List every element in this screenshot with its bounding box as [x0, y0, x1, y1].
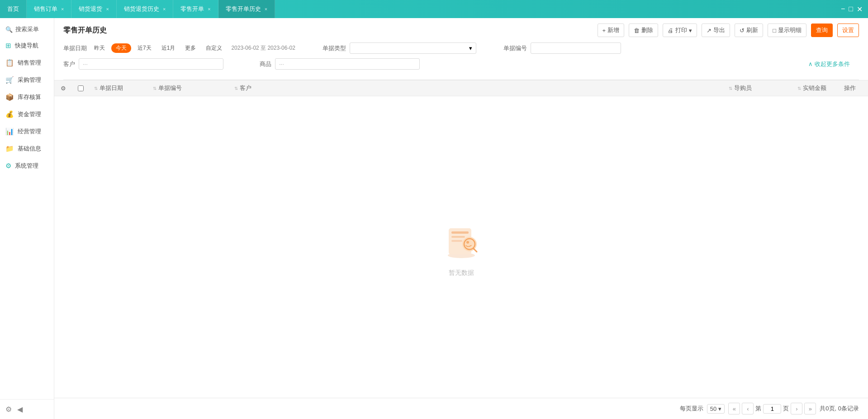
- export-label: 导出: [713, 26, 725, 34]
- sort-customer-icon[interactable]: ⇅: [234, 86, 238, 91]
- sort-guide-icon[interactable]: ⇅: [729, 86, 732, 91]
- sort-amount-icon[interactable]: ⇅: [797, 86, 801, 91]
- display-detail-button[interactable]: □ 显示明细: [768, 24, 806, 37]
- sidebar-item-quick-nav[interactable]: ⊞ 快捷导航: [0, 37, 54, 54]
- sidebar-item-inventory[interactable]: 📦 库存核算: [0, 89, 54, 106]
- search-icon: 🔍: [5, 26, 13, 33]
- page-size-dropdown-icon: ▾: [718, 405, 721, 412]
- first-page-btn[interactable]: «: [728, 403, 740, 414]
- shortcut-7days[interactable]: 近7天: [134, 43, 155, 53]
- sidebar-search[interactable]: 🔍 搜索采单: [0, 22, 54, 37]
- shortcut-1month[interactable]: 近1月: [158, 43, 179, 53]
- tab-retail-open[interactable]: 零售开单 ×: [173, 0, 218, 18]
- filter-num: 单据编号: [503, 42, 621, 54]
- sidebar-item-operations[interactable]: 📊 经营管理: [0, 123, 54, 140]
- tab-retail-open-history[interactable]: 零售开单历史 ×: [218, 0, 275, 18]
- tab-sales-order[interactable]: 销售订单 ×: [27, 0, 71, 18]
- sidebar-item-base-info[interactable]: 📁 基础信息: [0, 140, 54, 157]
- close-btn[interactable]: ✕: [857, 5, 863, 14]
- sidebar-item-operations-label: 经营管理: [18, 127, 41, 136]
- tab-retail-open-history-close[interactable]: ×: [265, 6, 267, 12]
- goods-ellipsis: ···: [279, 61, 284, 67]
- customer-select[interactable]: ···: [79, 58, 223, 70]
- th-amount: ⇅ 实销金额: [778, 84, 832, 92]
- tab-sales-order-label: 销售订单: [34, 5, 57, 13]
- display-detail-icon: □: [773, 27, 776, 34]
- page-size-select[interactable]: 50 ▾: [707, 404, 725, 414]
- tab-sales-order-close[interactable]: ×: [61, 6, 64, 12]
- tab-sales-return-history-close[interactable]: ×: [163, 6, 166, 12]
- goods-select[interactable]: ···: [275, 58, 420, 70]
- filter-row-1: 单据日期 昨天 今天 近7天 近1月 更多 自定义 2023-06-02 至 2…: [63, 42, 859, 54]
- th-num: ⇅ 单据编号: [147, 84, 229, 92]
- refresh-button[interactable]: ↺ 刷新: [735, 24, 763, 37]
- page-label: 第: [755, 405, 761, 413]
- sidebar-item-purchase-mgmt[interactable]: 🛒 采购管理: [0, 71, 54, 89]
- tab-retail-open-close[interactable]: ×: [208, 6, 210, 12]
- num-input[interactable]: [531, 42, 621, 54]
- th-gear[interactable]: ⚙: [54, 85, 72, 92]
- sidebar-item-system-mgmt[interactable]: ⚙ 系统管理: [0, 157, 54, 174]
- sidebar-item-finance-label: 资金管理: [18, 110, 41, 118]
- type-dropdown-icon: ▾: [469, 45, 472, 52]
- page-size-value: 50: [710, 405, 716, 412]
- query-button[interactable]: 查询: [811, 24, 833, 37]
- add-button[interactable]: + 新增: [598, 24, 625, 37]
- collapse-sidebar-icon[interactable]: ◀: [17, 405, 23, 414]
- settings-icon[interactable]: ⚙: [5, 405, 12, 414]
- export-button[interactable]: ↗ 导出: [702, 24, 730, 37]
- sidebar-item-sales-mgmt[interactable]: 📋 销售管理: [0, 54, 54, 71]
- tab-sales-return-close[interactable]: ×: [106, 6, 109, 12]
- tab-retail-open-history-label: 零售开单历史: [226, 5, 261, 13]
- sort-num-icon[interactable]: ⇅: [153, 86, 157, 91]
- filter-date: 单据日期 昨天 今天 近7天 近1月 更多 自定义 2023-06-02 至 2…: [63, 43, 295, 53]
- th-amount-label: 实销金额: [803, 84, 826, 92]
- maximize-btn[interactable]: □: [849, 5, 853, 13]
- page-title: 零售开单历史: [63, 26, 107, 35]
- finance-icon: 💰: [5, 110, 14, 118]
- shortcut-yesterday[interactable]: 昨天: [90, 43, 109, 53]
- empty-state: 暂无数据: [54, 96, 868, 398]
- filter-row-2: 客户 ··· 商品 ··· ∧ 收起更多条件: [63, 58, 859, 70]
- tab-home[interactable]: 首页: [0, 0, 27, 18]
- tab-sales-return[interactable]: 销货退货 ×: [71, 0, 116, 18]
- sort-date-icon[interactable]: ⇅: [94, 86, 98, 91]
- svg-rect-4: [451, 240, 462, 242]
- sidebar-bottom: ⚙ ◀: [0, 399, 54, 419]
- purchase-mgmt-icon: 🛒: [5, 76, 14, 84]
- svg-rect-3: [451, 236, 465, 238]
- th-date: ⇅ 单据日期: [89, 84, 147, 92]
- print-button[interactable]: 🖨 打印 ▾: [663, 24, 697, 37]
- th-customer-label: 客户: [240, 84, 251, 92]
- sidebar-item-finance[interactable]: 💰 资金管理: [0, 106, 54, 123]
- next-page-btn[interactable]: ›: [791, 403, 802, 414]
- settings-filter-button[interactable]: 设置: [837, 24, 859, 37]
- svg-point-8: [466, 241, 469, 244]
- prev-page-btn[interactable]: ‹: [742, 403, 754, 414]
- collapse-more-btn[interactable]: ∧ 收起更多条件: [808, 60, 859, 68]
- svg-line-7: [474, 249, 477, 252]
- shortcut-custom[interactable]: 自定义: [202, 43, 226, 53]
- tabs-container: 首页 销售订单 × 销货退货 × 销货退货历史 × 零售开单 × 零售开单历史 …: [0, 0, 835, 18]
- delete-button[interactable]: 🗑 删除: [629, 24, 658, 37]
- type-dropdown[interactable]: ▾: [350, 42, 476, 54]
- last-page-btn[interactable]: »: [804, 403, 816, 414]
- print-label: 打印: [675, 26, 687, 34]
- filter-area: 单据日期 昨天 今天 近7天 近1月 更多 自定义 2023-06-02 至 2…: [63, 42, 859, 80]
- add-icon: +: [602, 27, 606, 34]
- shortcut-today[interactable]: 今天: [111, 43, 131, 53]
- system-mgmt-icon: ⚙: [5, 162, 11, 170]
- collapse-icon: ∧: [808, 61, 813, 67]
- display-detail-label: 显示明细: [778, 26, 802, 34]
- tab-retail-open-label: 零售开单: [180, 5, 204, 13]
- refresh-label: 刷新: [746, 26, 758, 34]
- collapse-label: 收起更多条件: [815, 60, 850, 68]
- th-check[interactable]: [72, 85, 89, 91]
- minimize-btn[interactable]: −: [841, 5, 845, 13]
- tab-home-label: 首页: [7, 5, 19, 13]
- shortcut-more[interactable]: 更多: [181, 43, 199, 53]
- sidebar-item-quick-nav-label: 快捷导航: [15, 42, 38, 50]
- tab-sales-return-history[interactable]: 销货退货历史 ×: [117, 0, 173, 18]
- page-input[interactable]: [763, 404, 781, 414]
- select-all-checkbox[interactable]: [78, 85, 84, 91]
